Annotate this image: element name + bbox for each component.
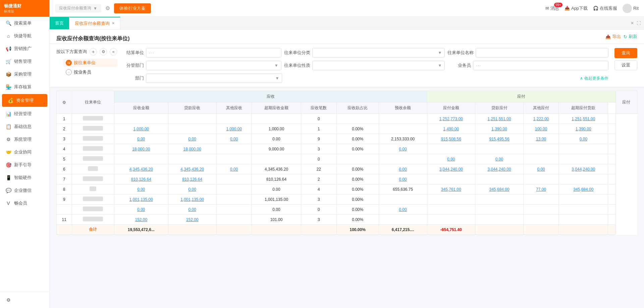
topbar-gear-icon[interactable]: ⚙ [105, 5, 110, 11]
query-toolbar: 按以下方案查询 + ⚙ « [56, 48, 117, 55]
footer-receivable-ratio: 100.00% [336, 225, 379, 235]
table-header: ⚙ 往来单位 应收 应付 应付 应收金额 贷款应收 其他应收 超期应收金额 应收… [57, 91, 637, 114]
sidebar-item-marketing[interactable]: 📢 营销推广 [0, 42, 49, 55]
input-settlement-unit[interactable]: ··· [146, 48, 281, 57]
settings-btn[interactable]: 设置 [614, 60, 637, 70]
refresh-btn[interactable]: ↻ 刷新 [624, 34, 637, 40]
marketing-icon: 📢 [5, 46, 11, 51]
input-managing-dept[interactable]: ▼ [146, 61, 281, 70]
settings-icon: ⚙ [5, 297, 11, 303]
query-row-1: 结算单位 ··· 往来单位分类 ▼ [120, 48, 608, 57]
th-payable-suffix: 应付 [615, 91, 637, 114]
message-btn[interactable]: ✉ 消息 99+ [545, 5, 559, 11]
page-actions: 📤 导出 ↻ 刷新 [605, 34, 637, 44]
query-row-2: 分管部门 ▼ 往来单位性质 [120, 61, 608, 70]
table-row: 9 1,001,135.00 1,001,135.00 1,001,135.00… [57, 194, 637, 205]
label-managing-dept: 分管部门 [120, 62, 144, 69]
sidebar-item-guide[interactable]: 🎯 新手引导 [0, 159, 49, 171]
sidebar: 畅捷通财 标准版 🔍 搜索菜单 ⌂ 快捷导航 📢 营销推广 🛒 销售管理 📦 采… [0, 0, 50, 308]
download-icon: 📥 [565, 6, 570, 11]
data-table: ⚙ 往来单位 应收 应付 应付 应收金额 贷款应收 其他应收 超期应收金额 应收… [56, 91, 637, 235]
solution-btn[interactable]: 体验行业方案 [114, 3, 151, 13]
sidebar-item-finance[interactable]: 💰 资金管理 [2, 94, 47, 107]
query-right-actions: 结算单位 ··· 往来单位分类 ▼ [120, 48, 637, 83]
footer-receivable-amount: 19,553,472,6... [114, 225, 168, 235]
table-row: 4 18,000.00 18,000.00 9,000.00 3 0.00% 0… [57, 144, 637, 154]
online-service-btn[interactable]: 🎧 在线客服 [593, 5, 617, 11]
app-download-btn[interactable]: 📥 App下载 [565, 5, 588, 11]
label-partner-nature: 往来单位性质 [284, 62, 310, 69]
sidebar-item-inventory[interactable]: 🏪 库存核算 [0, 81, 49, 93]
table-row: 7 810,126.64 810,126.64 810,126.64 2 0.0… [57, 174, 637, 184]
query-add-btn[interactable]: + [90, 48, 97, 55]
sidebar-item-sales[interactable]: 🛒 销售管理 [0, 55, 49, 68]
input-partner-nature[interactable]: ▼ [312, 61, 445, 70]
by-unit-icon: W [66, 60, 72, 66]
field-partner-nature: 往来单位性质 ▼ [284, 61, 445, 70]
by-staff-label: 按业务员 [74, 69, 91, 75]
sidebar-label-member: 畅会员 [14, 200, 27, 206]
th-loan-payable: 贷款应付 [475, 102, 524, 114]
sidebar-label-guide: 新手引导 [14, 162, 32, 168]
th-payable-group: 应付 [427, 91, 615, 102]
sidebar-item-search-menu[interactable]: 🔍 搜索菜单 [0, 17, 49, 30]
export-btn[interactable]: 📤 导出 [605, 34, 621, 40]
user-menu[interactable]: Rit [623, 4, 639, 13]
field-partner-category: 往来单位分类 ▼ [284, 48, 445, 57]
th-overdue-payable: 超期应付货款 [559, 102, 608, 114]
message-badge: 99+ [554, 3, 562, 7]
row-prepaid-balance [379, 114, 427, 124]
tab-query[interactable]: 应收应付余额查询 ✕ [69, 17, 120, 29]
sidebar-item-quick-nav[interactable]: ⌂ 快捷导航 [0, 30, 49, 42]
collapse-btn[interactable]: ∧ 收起更多条件 [580, 76, 608, 81]
sidebar-label-finance: 资金管理 [16, 97, 34, 103]
sidebar-item-member[interactable]: V 畅会员 [0, 197, 49, 210]
label-salesperson: 业务员 [447, 62, 471, 69]
query-option-by-unit[interactable]: W 按往来单位 [63, 59, 117, 67]
sidebar-item-system[interactable]: ⚙ 系统管理 [0, 133, 49, 146]
guide-icon: 🎯 [5, 162, 11, 168]
row-receivable-amount [114, 114, 168, 124]
sidebar-item-wechat[interactable]: 💬 企业微信 [0, 184, 49, 197]
refresh-icon: ↻ [624, 34, 627, 39]
row-partner [72, 154, 114, 164]
input-partner-name[interactable] [476, 48, 608, 57]
th-settings[interactable]: ⚙ [57, 91, 72, 114]
query-settings-icon[interactable]: ⚙ [100, 48, 107, 55]
tabbar: 首页 应收应付余额查询 ✕ ✕ ⛶ [50, 17, 644, 30]
query-option-by-staff[interactable]: ○ 按业务员 [63, 68, 117, 76]
sidebar-item-purchase[interactable]: 📦 采购管理 [0, 68, 49, 81]
sidebar-item-operations[interactable]: 📊 经营管理 [0, 107, 49, 120]
query-collapse-left-btn[interactable]: « [110, 48, 117, 55]
sidebar-settings-btn[interactable]: ⚙ [0, 295, 49, 305]
input-department[interactable]: ▼ [146, 74, 282, 83]
by-staff-icon: ○ [66, 69, 72, 75]
th-partner: 往来单位 [72, 91, 114, 114]
tab-home[interactable]: 首页 [50, 17, 69, 29]
table-row: 6 4,345,436.20 4,345,436.20 0.00 4,345,4… [57, 164, 637, 174]
tab-close-icon[interactable]: ✕ [631, 21, 634, 26]
query-toolbar-label: 按以下方案查询 [56, 49, 87, 55]
tab-close-btn[interactable]: ✕ [112, 21, 115, 26]
user-avatar [623, 4, 632, 13]
row-partner [72, 134, 114, 144]
sidebar-label-enterprise: 企业协同 [14, 149, 32, 155]
label-partner-name: 往来单位名称 [447, 50, 474, 56]
sidebar-label-operations: 经营管理 [14, 111, 32, 117]
row-partner [72, 114, 114, 124]
table-footer-row: 合计 19,553,472,6... 100.00% 6,417,215....… [57, 225, 637, 235]
logo-text: 畅捷通财 [4, 3, 21, 9]
sidebar-item-enterprise[interactable]: 🤝 企业协同 [0, 146, 49, 159]
sidebar-item-basic[interactable]: 📋 基础信息 [0, 120, 49, 133]
search-btn[interactable]: 查询 [614, 48, 637, 58]
input-salesperson[interactable]: ··· [473, 61, 608, 70]
sidebar-label-sales: 销售管理 [14, 58, 32, 64]
sidebar-item-hardware[interactable]: 📱 智能硬件 [0, 171, 49, 184]
tab-maximize-icon[interactable]: ⛶ [637, 21, 641, 26]
sidebar-label-basic: 基础信息 [14, 124, 32, 130]
user-name: Rit [633, 6, 639, 11]
settlement-unit-dots: ··· [149, 50, 154, 55]
label-department: 部门 [120, 75, 144, 81]
row-partner [72, 205, 114, 215]
input-partner-category[interactable]: ▼ [312, 48, 445, 57]
